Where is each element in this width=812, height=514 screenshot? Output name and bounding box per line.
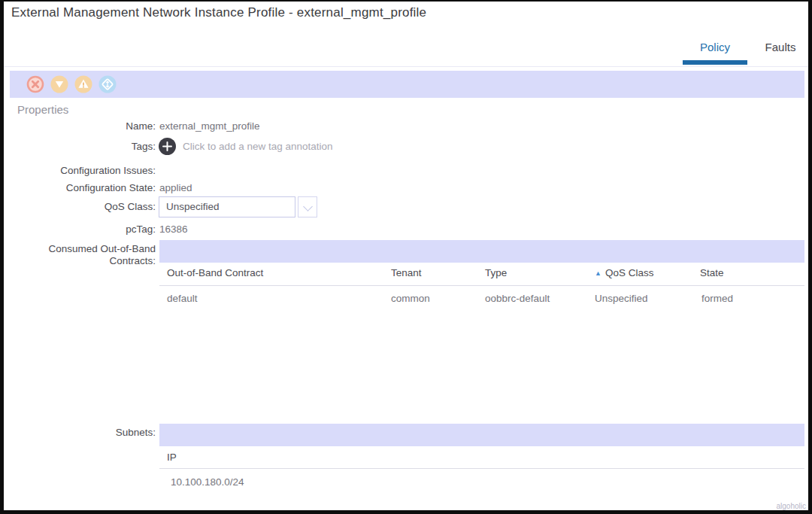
chevron-down-icon [303, 202, 313, 211]
qos-class-dropdown-button[interactable] [298, 196, 317, 217]
cell-type: oobbrc-default [485, 293, 550, 304]
tab-policy[interactable]: Policy [683, 41, 747, 53]
column-header-state[interactable]: State [700, 267, 724, 278]
column-header-contract[interactable]: Out-of-Band Contract [167, 267, 263, 278]
add-tag-button[interactable] [159, 138, 176, 155]
cell-state: formed [701, 293, 733, 304]
config-state-value: applied [159, 182, 192, 193]
column-header-tenant[interactable]: Tenant [391, 267, 422, 278]
qos-class-label: QoS Class: [26, 201, 156, 213]
name-label: Name: [26, 120, 156, 132]
qos-class-select[interactable]: Unspecified [159, 196, 295, 217]
config-issues-label: Configuration Issues: [26, 165, 156, 177]
major-fault-icon[interactable] [50, 75, 68, 93]
contracts-table-toolbar [159, 240, 804, 263]
watermark: algoholic [777, 502, 806, 510]
minor-fault-icon[interactable] [74, 75, 92, 93]
properties-heading: Properties [17, 103, 68, 116]
warning-fault-icon[interactable] [98, 75, 117, 93]
subnets-header-divider [159, 468, 804, 469]
pctag-label: pcTag: [26, 224, 156, 236]
cell-tenant: common [391, 293, 430, 304]
column-header-qos-class[interactable]: ▲QoS Class [595, 267, 653, 278]
subnets-table-toolbar [159, 424, 804, 446]
critical-fault-icon[interactable] [26, 75, 44, 93]
page-title: External Management Network Instance Pro… [11, 5, 426, 20]
cell-contract: default [167, 293, 198, 304]
add-tag-placeholder[interactable]: Click to add a new tag annotation [183, 141, 333, 152]
contracts-header-divider [159, 285, 804, 286]
cell-qos-class: Unspecified [595, 293, 648, 304]
pctag-value: 16386 [159, 224, 188, 235]
contracts-label: Consumed Out-of-Band Contracts: [26, 243, 156, 267]
tab-faults[interactable]: Faults [758, 41, 803, 53]
sort-ascending-icon: ▲ [595, 269, 601, 277]
tags-label: Tags: [26, 141, 156, 153]
column-header-type[interactable]: Type [485, 267, 507, 278]
subnets-label: Subnets: [26, 427, 156, 439]
column-header-ip[interactable]: IP [167, 452, 177, 463]
plus-icon [159, 138, 176, 155]
app-window: External Management Network Instance Pro… [0, 0, 812, 514]
fault-summary-toolbar [10, 71, 804, 98]
config-state-label: Configuration State: [26, 182, 156, 194]
cell-ip: 10.100.180.0/24 [171, 476, 244, 488]
name-value: external_mgmt_profile [159, 120, 260, 132]
tabs-divider [4, 66, 808, 67]
active-tab-indicator [683, 60, 747, 65]
